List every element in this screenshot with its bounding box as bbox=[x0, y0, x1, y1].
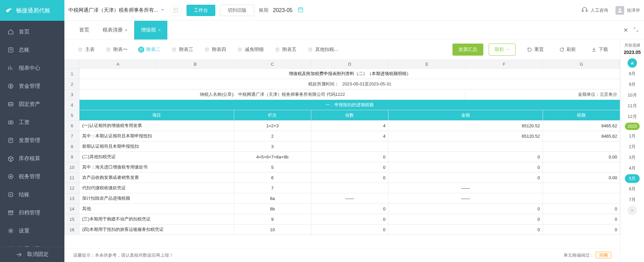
nav-item-guide[interactable]: 新手引导 bbox=[0, 240, 64, 247]
cell-col[interactable]: 6 bbox=[234, 173, 311, 183]
cell-col[interactable]: 10 bbox=[234, 224, 311, 235]
tab-close-icon[interactable]: × bbox=[158, 27, 161, 33]
cell-col[interactable]: 8b bbox=[234, 204, 311, 214]
workspace-button[interactable]: 工作台 bbox=[186, 5, 215, 16]
cell-col[interactable]: 1=2+3 bbox=[234, 121, 311, 131]
month-option[interactable]: 6月 bbox=[628, 184, 637, 194]
sheet-tab-减免明细[interactable]: 减免明细 bbox=[232, 44, 268, 56]
switch-old-button[interactable]: 切到旧版 bbox=[220, 5, 254, 16]
cell-amount[interactable]: 65120.52 bbox=[388, 121, 543, 131]
month-option[interactable]: 3月 bbox=[628, 153, 637, 162]
cell-col[interactable]: 3 bbox=[234, 141, 311, 152]
cell-tax[interactable] bbox=[543, 162, 620, 173]
col-E[interactable]: E bbox=[388, 60, 466, 69]
close-all-button[interactable]: × bbox=[622, 24, 630, 37]
cell-col[interactable]: 5 bbox=[234, 162, 311, 173]
cell-amount[interactable]: 65120.52 bbox=[388, 131, 543, 141]
cell-item[interactable]: 加计扣除农产品进项税额 bbox=[79, 193, 234, 204]
cell-tax[interactable] bbox=[543, 141, 620, 152]
nav-item-close[interactable]: 结账 bbox=[0, 186, 64, 204]
cell-amount[interactable]: —— bbox=[388, 193, 543, 204]
cell-qty[interactable]: 0 bbox=[311, 173, 388, 183]
sheet-tab-其他扣税...[interactable]: 其他扣税... bbox=[303, 44, 343, 56]
user-menu[interactable]: 徐泽华 bbox=[615, 6, 640, 15]
col-F[interactable]: F bbox=[466, 60, 543, 69]
cell-item[interactable]: 代扣代缴税收缴款凭证 bbox=[79, 183, 234, 193]
cell-amount[interactable]: 0 bbox=[388, 224, 543, 235]
col-A[interactable]: A bbox=[79, 60, 157, 69]
nav-item-invoice[interactable]: 发票管理 bbox=[0, 131, 64, 149]
nav-item-tax[interactable]: 税务管理 bbox=[0, 168, 64, 186]
month-option[interactable]: 7月 bbox=[628, 195, 637, 204]
nav-item-home[interactable]: 首页 bbox=[0, 23, 64, 41]
col-G[interactable]: G bbox=[543, 60, 620, 69]
sheet-tab-附表二[interactable]: 附表二 bbox=[133, 44, 165, 56]
cell-tax[interactable]: 0 bbox=[543, 224, 620, 235]
nav-item-ledger[interactable]: 总账 bbox=[0, 41, 64, 59]
cell-col[interactable]: 2 bbox=[234, 131, 311, 141]
cell-qty[interactable]: 4 bbox=[311, 131, 388, 141]
company-selector[interactable]: 中税网通广泽（天津）税务师事务所有... bbox=[68, 7, 165, 13]
nav-item-stock[interactable]: 库存核算 bbox=[0, 149, 64, 168]
cell-item[interactable]: (四)本期用于抵扣的旅客运输服务扣税凭证 bbox=[79, 224, 234, 235]
nav-item-fund[interactable]: 资金管理 bbox=[0, 77, 64, 95]
cell-col[interactable]: 9 bbox=[234, 214, 311, 224]
cell-qty[interactable]: 0 bbox=[311, 162, 388, 173]
cell-amount[interactable]: 0 bbox=[388, 204, 543, 214]
support-button[interactable]: 人工咨询 bbox=[581, 6, 608, 14]
sheet-tab-主表[interactable]: 主表 bbox=[72, 44, 99, 56]
cell-qty[interactable] bbox=[311, 141, 388, 152]
refresh-button[interactable]: 刷新 bbox=[555, 44, 580, 56]
month-scroll-down[interactable] bbox=[628, 206, 637, 215]
cell-qty[interactable]: 0 bbox=[311, 152, 388, 162]
cell-amount[interactable]: 0 bbox=[388, 173, 543, 183]
col-B[interactable]: B bbox=[157, 60, 234, 69]
nav-item-asset[interactable]: 固定资产 bbox=[0, 95, 64, 113]
cell-tax[interactable]: 0 bbox=[543, 204, 620, 214]
cell-col[interactable]: 7 bbox=[234, 183, 311, 193]
cell-tax[interactable] bbox=[543, 193, 620, 204]
cell-amount[interactable] bbox=[388, 141, 543, 152]
nav-item-chart[interactable]: 报表中心 bbox=[0, 59, 64, 77]
cell-qty[interactable]: 4 bbox=[311, 121, 388, 131]
cell-qty[interactable] bbox=[311, 183, 388, 193]
spreadsheet[interactable]: ABCDEFG1增值税及附加税费申报表附列资料（二）（本期进项税额明细）2税款所… bbox=[64, 60, 620, 248]
month-option[interactable]: 2月 bbox=[628, 142, 637, 151]
month-option[interactable]: 1月 bbox=[628, 131, 637, 141]
nav-item-salary[interactable]: 工资 bbox=[0, 113, 64, 131]
cell-amount[interactable]: 0 bbox=[388, 152, 543, 162]
sheet-tab-附表四[interactable]: 附表四 bbox=[199, 44, 231, 56]
cell-item[interactable]: 其中：海关进口增值税专用缴款书 bbox=[79, 162, 234, 173]
cell-qty[interactable]: 0 bbox=[311, 204, 388, 214]
month-option[interactable]: 8月 bbox=[628, 69, 637, 78]
month-option[interactable]: 12月 bbox=[628, 112, 637, 121]
cell-col[interactable]: 4=5+6+7+8a+8b bbox=[234, 152, 311, 162]
cell-amount[interactable]: 0 bbox=[388, 214, 543, 224]
cell-amount[interactable]: 0 bbox=[388, 162, 543, 173]
cell-tax[interactable] bbox=[543, 183, 620, 193]
month-option[interactable]: 10月 bbox=[628, 90, 637, 100]
nav-item-archive[interactable]: 归档管理 bbox=[0, 204, 64, 222]
invoice-summary-button[interactable]: 发票汇总 bbox=[452, 44, 483, 56]
sheet-tab-附表五[interactable]: 附表五 bbox=[270, 44, 301, 56]
cell-item[interactable]: (一)认证相符的增值税专用发票 bbox=[79, 121, 234, 131]
cell-col[interactable]: 8a bbox=[234, 193, 311, 204]
cell-qty[interactable]: —— bbox=[311, 193, 388, 204]
cell-item[interactable]: (三)本期用于购建不动产的扣税凭证 bbox=[79, 214, 234, 224]
unpin-button[interactable]: 取消固定 bbox=[0, 247, 64, 262]
month-scroll-up[interactable] bbox=[628, 58, 637, 68]
tab-首页[interactable]: 首页 bbox=[72, 21, 96, 40]
cell-item[interactable]: 其中：本期认证相符且本期申报抵扣 bbox=[79, 131, 234, 141]
reset-button[interactable]: 重置 bbox=[523, 44, 548, 56]
expand-icon[interactable] bbox=[633, 27, 639, 34]
month-option[interactable]: 5月 bbox=[625, 174, 640, 183]
sheet-tab-附表三[interactable]: 附表三 bbox=[166, 44, 198, 56]
cell-amount[interactable]: —— bbox=[388, 183, 543, 193]
cell-qty[interactable]: 0 bbox=[311, 224, 388, 235]
cell-tax[interactable]: 0 bbox=[543, 214, 620, 224]
cell-tax[interactable]: 0.00 bbox=[543, 152, 620, 162]
download-button[interactable]: 下载 bbox=[587, 44, 612, 56]
cell-item[interactable]: 其他 bbox=[79, 204, 234, 214]
cell-tax[interactable]: 8465.62 bbox=[543, 131, 620, 141]
tab-税表清册[interactable]: 税表清册× bbox=[96, 21, 134, 40]
